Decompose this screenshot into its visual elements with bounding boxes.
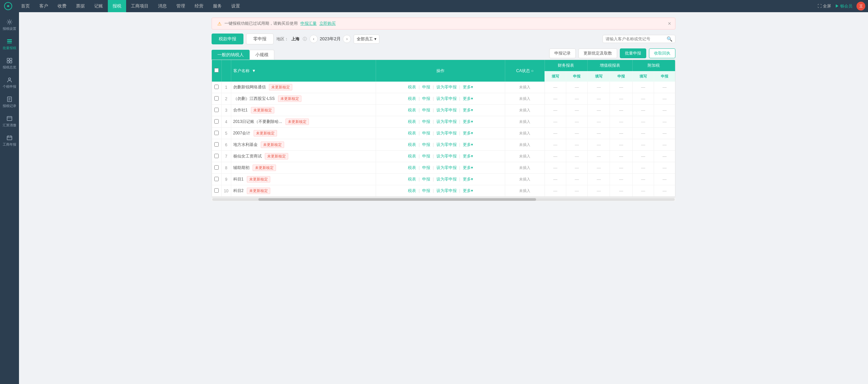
- nav-fee[interactable]: 收费: [53, 0, 71, 12]
- update-stats-btn[interactable]: 更新统定及取数: [578, 48, 617, 58]
- op-more[interactable]: 更多▾: [463, 165, 473, 170]
- notice-link2[interactable]: 立即购买: [319, 21, 336, 26]
- op-more[interactable]: 更多▾: [463, 85, 473, 89]
- op-tax-table[interactable]: 税表: [408, 96, 416, 101]
- op-more[interactable]: 更多▾: [463, 154, 473, 158]
- row-checkbox[interactable]: [214, 131, 219, 135]
- op-declare[interactable]: 申报: [422, 142, 430, 147]
- op-tax-table[interactable]: 税表: [408, 119, 416, 124]
- declare-record-btn[interactable]: 申报记录: [549, 48, 576, 58]
- op-set-zero[interactable]: 设为零申报: [436, 131, 457, 135]
- notice-close-btn[interactable]: ×: [668, 21, 671, 27]
- avatar[interactable]: 王: [856, 2, 865, 10]
- op-declare[interactable]: 申报: [422, 119, 430, 124]
- op-more[interactable]: 更多▾: [463, 96, 473, 101]
- member-btn[interactable]: ▶ 畅会员: [835, 3, 852, 9]
- row-checkbox[interactable]: [214, 188, 219, 193]
- collect-receipt-btn[interactable]: 收取回执: [649, 48, 675, 58]
- nav-business[interactable]: 工商项目: [126, 0, 153, 12]
- fullscreen-btn[interactable]: ⛶ 全屏: [817, 3, 831, 9]
- row-ca-status: 未插入: [505, 82, 545, 93]
- scroll-bar-area: [212, 197, 675, 201]
- op-declare[interactable]: 申报: [422, 188, 430, 193]
- nav-account[interactable]: 记账: [90, 0, 108, 12]
- op-tax-table[interactable]: 税表: [408, 177, 416, 182]
- op-more[interactable]: 更多▾: [463, 177, 473, 182]
- tab-small-scale[interactable]: 小规模: [250, 50, 274, 60]
- search-icon[interactable]: 🔍: [667, 36, 672, 42]
- op-declare[interactable]: 申报: [422, 108, 430, 112]
- content-area: ⚠ 一键报税功能已过试用期，请购买后使用 申报汇量 立即购买 × 税款申报 零申…: [19, 12, 868, 384]
- op-declare[interactable]: 申报: [422, 96, 430, 101]
- op-tax-table[interactable]: 税表: [408, 85, 416, 89]
- batch-declare-btn[interactable]: 批量申报: [620, 48, 646, 58]
- op-more[interactable]: 更多▾: [463, 142, 473, 147]
- notice-link1[interactable]: 申报汇量: [300, 21, 317, 26]
- op-declare[interactable]: 申报: [422, 131, 430, 135]
- dept-select[interactable]: 全部员工 ▾: [354, 35, 379, 44]
- tab-zero-declaration[interactable]: 零申报: [246, 34, 274, 44]
- row-checkbox[interactable]: [214, 96, 219, 101]
- nav-settings[interactable]: 设置: [226, 0, 245, 12]
- nav-invoice[interactable]: 票据: [71, 0, 90, 12]
- nav-tax[interactable]: 报税: [108, 0, 126, 12]
- op-declare[interactable]: 申报: [422, 165, 430, 170]
- select-all-checkbox[interactable]: [214, 68, 219, 72]
- op-set-zero[interactable]: 设为零申报: [436, 108, 457, 112]
- search-input[interactable]: [606, 37, 667, 41]
- op-tax-table[interactable]: 税表: [408, 131, 416, 135]
- row-tax-fill: —: [588, 151, 610, 162]
- sidebar-item-annual[interactable]: 工商年报: [0, 131, 19, 150]
- sidebar-item-tax-settings[interactable]: 报税设置: [0, 15, 19, 34]
- ca-filter-icon[interactable]: ○: [531, 68, 533, 73]
- row-checkbox[interactable]: [214, 119, 219, 124]
- op-tax-table[interactable]: 税表: [408, 165, 416, 170]
- op-more[interactable]: 更多▾: [463, 119, 473, 124]
- customer-name: 勿删新锐网络通信: [233, 85, 266, 89]
- op-set-zero[interactable]: 设为零申报: [436, 85, 457, 89]
- op-more[interactable]: 更多▾: [463, 131, 473, 135]
- op-set-zero[interactable]: 设为零申报: [436, 177, 457, 182]
- tab-tax-declaration[interactable]: 税款申报: [212, 34, 243, 44]
- op-tax-table[interactable]: 税表: [408, 188, 416, 193]
- nav-manage[interactable]: 管理: [172, 0, 190, 12]
- sidebar-item-personal-tax[interactable]: 个税申报: [0, 73, 19, 92]
- op-set-zero[interactable]: 设为零申报: [436, 142, 457, 147]
- sidebar-item-settlement[interactable]: 汇算清缴: [0, 111, 19, 131]
- op-set-zero[interactable]: 设为零申报: [436, 119, 457, 124]
- sidebar-item-batch-tax[interactable]: 批量报税: [0, 34, 19, 54]
- row-checkbox[interactable]: [214, 165, 219, 170]
- row-checkbox[interactable]: [214, 85, 219, 89]
- date-prev-btn[interactable]: ‹: [310, 35, 318, 43]
- row-checkbox[interactable]: [214, 154, 219, 158]
- row-add-fill: —: [632, 105, 654, 116]
- row-checkbox[interactable]: [214, 108, 219, 112]
- nav-customer[interactable]: 客户: [35, 0, 53, 12]
- sidebar-item-record[interactable]: 报税记录: [0, 92, 19, 111]
- sort-icon[interactable]: ▼: [252, 68, 256, 73]
- row-checkbox[interactable]: [214, 142, 219, 147]
- logo[interactable]: [3, 1, 14, 12]
- op-declare[interactable]: 申报: [422, 154, 430, 158]
- nav-home[interactable]: 首页: [16, 0, 35, 12]
- settings-icon: [6, 18, 13, 26]
- op-tax-table[interactable]: 税表: [408, 142, 416, 147]
- op-set-zero[interactable]: 设为零申报: [436, 165, 457, 170]
- op-set-zero[interactable]: 设为零申报: [436, 96, 457, 101]
- op-declare[interactable]: 申报: [422, 177, 430, 182]
- op-tax-table[interactable]: 税表: [408, 108, 416, 112]
- op-tax-table[interactable]: 税表: [408, 154, 416, 158]
- tab-general-taxpayer[interactable]: 一般的纳税人: [212, 50, 250, 60]
- op-more[interactable]: 更多▾: [463, 188, 473, 193]
- nav-operation[interactable]: 经营: [190, 0, 208, 12]
- sidebar-item-overview[interactable]: 报税总览: [0, 54, 19, 73]
- date-next-btn[interactable]: ›: [343, 35, 351, 43]
- op-more[interactable]: 更多▾: [463, 108, 473, 112]
- row-checkbox[interactable]: [214, 177, 219, 181]
- nav-message[interactable]: 消息: [153, 0, 172, 12]
- op-set-zero[interactable]: 设为零申报: [436, 154, 457, 158]
- op-set-zero[interactable]: 设为零申报: [436, 188, 457, 193]
- row-tax-apply: —: [610, 174, 632, 185]
- nav-service[interactable]: 服务: [208, 0, 226, 12]
- op-declare[interactable]: 申报: [422, 85, 430, 89]
